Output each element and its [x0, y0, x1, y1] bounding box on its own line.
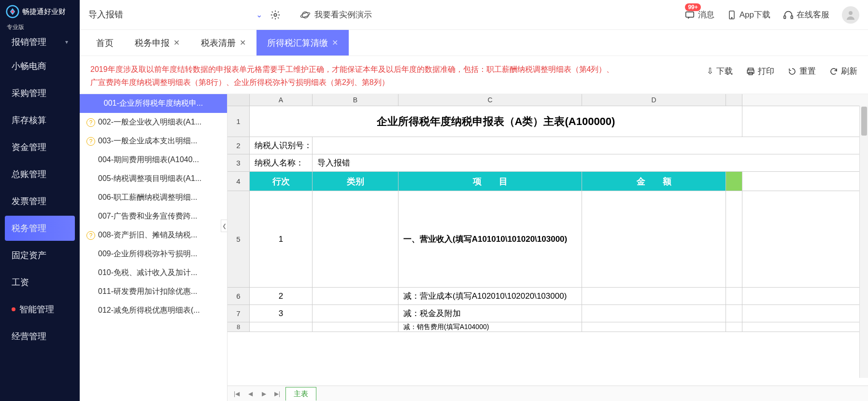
cell-taxpayer-id-value[interactable] — [313, 137, 868, 154]
row-header-5[interactable]: 5 — [228, 191, 250, 287]
row-header-3[interactable]: 3 — [228, 154, 250, 171]
cell-extra-2[interactable] — [726, 288, 742, 304]
nav-item-ecommerce[interactable]: 小畅电商 — [0, 53, 80, 80]
row-header-6[interactable]: 6 — [228, 288, 250, 304]
cell-taxpayer-name-value[interactable]: 导入报错 — [313, 154, 868, 171]
cell-amount-4[interactable] — [582, 322, 726, 332]
tab-tax-declare[interactable]: 税务申报✕ — [124, 30, 190, 55]
cell-line-4[interactable] — [250, 322, 313, 332]
sheet-nav-first[interactable]: |◀ — [231, 388, 242, 399]
form-item-012[interactable]: 012-减免所得税优惠明细表(... — [80, 301, 227, 320]
cell-line-2[interactable]: 2 — [250, 288, 313, 304]
chevron-down-icon[interactable]: ⌄ — [256, 10, 262, 19]
customer-service-button[interactable]: 在线客服 — [783, 9, 829, 20]
cell-category-3[interactable] — [313, 305, 398, 322]
notice-text: 2019年度涉及取以前年度结转数据的申报表单元格需要手工维护正确，才能保证本年及… — [90, 63, 622, 89]
brand-logo-icon — [6, 5, 19, 18]
form-item-007[interactable]: 007-广告费和业务宣传费跨... — [80, 207, 227, 226]
cell-extra-4[interactable] — [726, 322, 742, 332]
svg-rect-6 — [729, 11, 734, 19]
sheet-nav-next[interactable]: ▶ — [258, 388, 269, 399]
spreadsheet: A B C D 1 企业所得税年度纳税申报表（A类）主表(A100000) 2 … — [228, 94, 868, 401]
sheet-nav-prev[interactable]: ◀ — [245, 388, 256, 399]
sidebar: 畅捷通好业财 专业版 报销管理▾ 小畅电商 采购管理 库存核算 资金管理 总账管… — [0, 0, 80, 401]
collapse-handle[interactable]: ❮ — [221, 220, 228, 232]
col-header-b[interactable]: B — [313, 94, 398, 106]
nav-item-ledger[interactable]: 总账管理 — [0, 161, 80, 188]
nav-item-funds[interactable]: 资金管理 — [0, 134, 80, 161]
close-icon[interactable]: ✕ — [332, 38, 338, 47]
cell-amount-2[interactable] — [582, 288, 726, 304]
demo-link[interactable]: 我要看实例演示 — [300, 9, 372, 20]
print-button[interactable]: 打印 — [746, 66, 774, 77]
nav-item-assets[interactable]: 固定资产 — [0, 242, 80, 269]
cell-item-3[interactable]: 减：税金及附加 — [398, 305, 582, 322]
cell-item-1[interactable]: 一、营业收入(填写A101010\101020\103000) — [398, 191, 582, 287]
nav-item-salary[interactable]: 工资 — [0, 269, 80, 296]
col-header-last[interactable] — [726, 94, 742, 106]
cell-item-4[interactable]: 减：销售费用(填写A104000) — [398, 322, 582, 332]
app-download-button[interactable]: App下载 — [727, 9, 770, 20]
search-input[interactable]: 导入报错 ⌄ — [88, 6, 262, 24]
select-all-corner[interactable] — [228, 94, 250, 106]
cell-taxpayer-name-label[interactable]: 纳税人名称： — [250, 154, 313, 171]
row-header-4[interactable]: 4 — [228, 172, 250, 191]
row-header-8[interactable]: 8 — [228, 322, 250, 332]
refresh-button[interactable]: 刷新 — [829, 66, 857, 77]
cell-line-3[interactable]: 3 — [250, 305, 313, 322]
nav-item-purchase[interactable]: 采购管理 — [0, 80, 80, 107]
download-icon: ⇩ — [707, 66, 713, 76]
nav-item-inventory[interactable]: 库存核算 — [0, 107, 80, 134]
gear-icon[interactable] — [270, 10, 281, 20]
sheet-title[interactable]: 企业所得税年度纳税申报表（A类）主表(A100000) — [250, 106, 742, 137]
messages-button[interactable]: 99+ 消息 — [684, 9, 714, 20]
cell-line-1[interactable]: 1 — [250, 191, 313, 287]
row-header-2[interactable]: 2 — [228, 137, 250, 154]
close-icon[interactable]: ✕ — [240, 38, 246, 47]
form-item-003[interactable]: ?003-一般企业成本支出明细... — [80, 132, 227, 151]
download-button[interactable]: ⇩下载 — [707, 66, 733, 77]
form-item-011[interactable]: 011-研发费用加计扣除优惠... — [80, 282, 227, 301]
form-item-002[interactable]: ?002-一般企业收入明细表(A1... — [80, 113, 227, 132]
form-item-006[interactable]: 006-职工薪酬纳税调整明细... — [80, 188, 227, 207]
nav-item-tax[interactable]: 税务管理 — [5, 216, 75, 241]
cell-category-merged[interactable] — [313, 191, 398, 287]
tab-home[interactable]: 首页 — [85, 30, 124, 55]
nav-item-operation[interactable]: 经营管理 — [0, 323, 80, 350]
form-item-005[interactable]: 005-纳税调整项目明细表(A1... — [80, 169, 227, 188]
form-item-008[interactable]: ?008-资产折旧、摊销及纳税... — [80, 226, 227, 245]
cell-extra-3[interactable] — [726, 305, 742, 322]
form-item-010[interactable]: 010-免税、减计收入及加计... — [80, 263, 227, 282]
tab-income-tax-settle[interactable]: 所得税汇算清缴✕ — [256, 30, 349, 55]
headset-icon — [783, 10, 794, 20]
cell-extra-1[interactable] — [726, 191, 742, 287]
form-item-001[interactable]: 001-企业所得税年度纳税申... — [80, 94, 227, 113]
th-line: 行次 — [250, 172, 313, 191]
cell-amount-1[interactable] — [582, 191, 726, 287]
nav-item-invoice[interactable]: 发票管理 — [0, 188, 80, 215]
vertical-scrollbar[interactable] — [859, 106, 868, 378]
th-category: 类别 — [313, 172, 398, 191]
cell-item-2[interactable]: 减：营业成本(填写A102010\102020\103000) — [398, 288, 582, 304]
sheet-tabs: |◀ ◀ ▶ ▶| 主表 — [228, 386, 868, 401]
sheet-nav-last[interactable]: ▶| — [272, 388, 283, 399]
nav-item-smart[interactable]: 智能管理 — [0, 296, 80, 323]
avatar[interactable] — [842, 6, 859, 24]
tab-tax-forms[interactable]: 税表清册✕ — [190, 30, 256, 55]
nav-partial-top[interactable]: 报销管理▾ — [0, 34, 80, 53]
row-header-1[interactable]: 1 — [228, 106, 250, 137]
form-item-009[interactable]: 009-企业所得税弥补亏损明... — [80, 245, 227, 263]
svg-rect-8 — [784, 15, 786, 18]
sheet-tab-main[interactable]: 主表 — [285, 387, 316, 401]
cell-category-2[interactable] — [313, 288, 398, 304]
reset-button[interactable]: 重置 — [788, 66, 816, 77]
cell-category-4[interactable] — [313, 322, 398, 332]
col-header-c[interactable]: C — [398, 94, 582, 106]
col-header-d[interactable]: D — [582, 94, 726, 106]
row-header-7[interactable]: 7 — [228, 305, 250, 322]
cell-taxpayer-id-label[interactable]: 纳税人识别号： — [250, 137, 313, 154]
close-icon[interactable]: ✕ — [173, 38, 180, 47]
cell-amount-3[interactable] — [582, 305, 726, 322]
form-item-004[interactable]: 004-期间费用明细表(A1040... — [80, 151, 227, 169]
col-header-a[interactable]: A — [250, 94, 313, 106]
